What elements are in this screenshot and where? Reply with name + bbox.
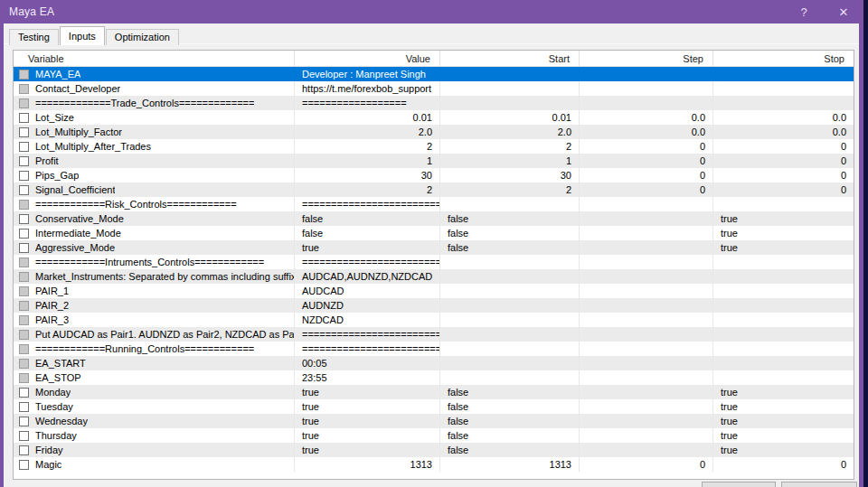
cell-value[interactable]: NZDCAD <box>295 313 440 327</box>
cell-stop[interactable] <box>713 255 854 269</box>
cell-variable[interactable]: PAIR_3 <box>14 313 295 327</box>
cell-stop[interactable]: 0 <box>713 154 854 168</box>
cell-start[interactable] <box>440 81 580 96</box>
table-row[interactable]: Contact_Developer https://t.me/forexbob_… <box>14 81 854 96</box>
cell-value[interactable]: AUDNZD <box>295 298 440 313</box>
help-button[interactable]: ? <box>784 0 824 23</box>
cell-step[interactable]: 0 <box>580 154 713 168</box>
cell-variable[interactable]: Contact_Developer <box>14 81 295 96</box>
cell-step[interactable] <box>580 284 713 298</box>
cell-start[interactable]: 2 <box>440 139 580 154</box>
cell-start[interactable] <box>440 370 580 385</box>
cell-value[interactable]: 00:05 <box>295 356 440 370</box>
cell-variable[interactable]: Profit <box>14 154 295 168</box>
column-header-start[interactable]: Start <box>440 51 580 66</box>
optimize-checkbox[interactable] <box>19 243 29 253</box>
tab-optimization[interactable]: Optimization <box>106 29 179 45</box>
cell-variable[interactable]: ============Running_Controls============ <box>14 342 295 356</box>
cell-value[interactable]: 1313 <box>295 457 440 472</box>
optimize-checkbox[interactable] <box>19 460 29 470</box>
partial-button-right[interactable] <box>781 482 857 487</box>
cell-start[interactable] <box>440 298 580 313</box>
optimize-checkbox[interactable] <box>19 286 29 296</box>
optimize-checkbox[interactable] <box>19 127 29 137</box>
cell-start[interactable]: 1 <box>440 154 580 168</box>
table-row[interactable]: ============Risk_Controls============ ==… <box>14 197 854 211</box>
cell-value[interactable]: 2 <box>295 139 440 154</box>
optimize-checkbox[interactable] <box>19 98 29 108</box>
table-row[interactable]: Signal_Coefficient 2 2 0 0 <box>14 183 854 197</box>
cell-variable[interactable]: Aggressive_Mode <box>14 240 295 255</box>
cell-step[interactable]: 0 <box>580 139 713 154</box>
cell-stop[interactable] <box>713 96 854 110</box>
cell-variable[interactable]: Tuesday <box>14 399 295 414</box>
cell-stop[interactable]: true <box>713 443 854 457</box>
optimize-checkbox[interactable] <box>19 445 29 455</box>
cell-step[interactable] <box>580 240 713 255</box>
tab-testing[interactable]: Testing <box>9 29 59 45</box>
table-row[interactable]: PAIR_2 AUDNZD <box>14 298 854 313</box>
cell-stop[interactable]: 0 <box>713 168 854 183</box>
cell-variable[interactable]: Friday <box>14 443 295 457</box>
cell-step[interactable] <box>580 269 713 284</box>
table-row[interactable]: EA_STOP 23:55 <box>14 370 854 385</box>
optimize-checkbox[interactable] <box>19 258 29 267</box>
table-row[interactable]: Profit 1 1 0 0 <box>14 154 854 168</box>
optimize-checkbox[interactable] <box>19 229 29 239</box>
cell-step[interactable] <box>580 313 713 327</box>
cell-stop[interactable] <box>713 327 854 342</box>
cell-step[interactable]: 0.0 <box>580 110 713 125</box>
cell-value[interactable]: 30 <box>295 168 440 183</box>
close-button[interactable]: ✕ <box>824 0 863 23</box>
cell-start[interactable] <box>440 67 580 81</box>
optimize-checkbox[interactable] <box>19 84 29 94</box>
table-row[interactable]: PAIR_1 AUDCAD <box>14 284 854 298</box>
cell-value[interactable]: Developer : Manpreet Singh <box>295 67 440 81</box>
cell-value[interactable]: ================== <box>295 96 440 110</box>
cell-stop[interactable] <box>713 269 854 284</box>
cell-variable[interactable]: PAIR_2 <box>14 298 295 313</box>
cell-step[interactable] <box>580 298 713 313</box>
cell-variable[interactable]: Market_Instruments: Separated by commas … <box>14 269 295 284</box>
optimize-checkbox[interactable] <box>19 315 29 325</box>
cell-step[interactable] <box>580 385 713 399</box>
cell-step[interactable] <box>580 428 713 443</box>
table-row[interactable]: Pips_Gap 30 30 0 0 <box>14 168 854 183</box>
cell-start[interactable]: false <box>440 385 580 399</box>
table-row[interactable]: Thursday true false true <box>14 428 854 443</box>
cell-stop[interactable] <box>713 284 854 298</box>
optimize-checkbox[interactable] <box>19 373 29 383</box>
cell-step[interactable] <box>580 327 713 342</box>
table-row[interactable]: Lot_Multiply_After_Trades 2 2 0 0 <box>14 139 854 154</box>
cell-value[interactable]: ========================== <box>295 255 440 269</box>
cell-variable[interactable]: Signal_Coefficient <box>14 183 295 197</box>
table-row[interactable]: Conservative_Mode false false true <box>14 211 854 226</box>
tab-inputs[interactable]: Inputs <box>60 26 105 45</box>
cell-step[interactable] <box>580 226 713 240</box>
table-row[interactable]: EA_START 00:05 <box>14 356 854 370</box>
optimize-checkbox[interactable] <box>19 272 29 282</box>
optimize-checkbox[interactable] <box>19 359 29 369</box>
cell-value[interactable]: 23:55 <box>295 370 440 385</box>
cell-stop[interactable]: 0.0 <box>713 125 854 139</box>
table-row[interactable]: =============Trade_Controls=============… <box>14 96 854 110</box>
optimize-checkbox[interactable] <box>19 301 29 311</box>
cell-start[interactable]: false <box>440 240 580 255</box>
cell-step[interactable]: 0 <box>580 183 713 197</box>
cell-step[interactable] <box>580 81 713 96</box>
cell-step[interactable] <box>580 342 713 356</box>
titlebar[interactable]: Maya EA ? ✕ <box>0 0 863 23</box>
cell-step[interactable] <box>580 211 713 226</box>
optimize-checkbox[interactable] <box>19 70 29 80</box>
cell-stop[interactable]: true <box>713 428 854 443</box>
cell-variable[interactable]: Magic <box>14 457 295 472</box>
cell-variable[interactable]: Conservative_Mode <box>14 211 295 226</box>
cell-start[interactable]: false <box>440 428 580 443</box>
table-row[interactable]: ============Running_Controls============… <box>14 342 854 356</box>
cell-variable[interactable]: Thursday <box>14 428 295 443</box>
table-row[interactable]: Lot_Multiply_Factor 2.0 2.0 0.0 0.0 <box>14 125 854 139</box>
cell-stop[interactable]: 0.0 <box>713 110 854 125</box>
cell-value[interactable]: true <box>295 399 440 414</box>
cell-start[interactable]: false <box>440 414 580 428</box>
cell-step[interactable] <box>580 356 713 370</box>
